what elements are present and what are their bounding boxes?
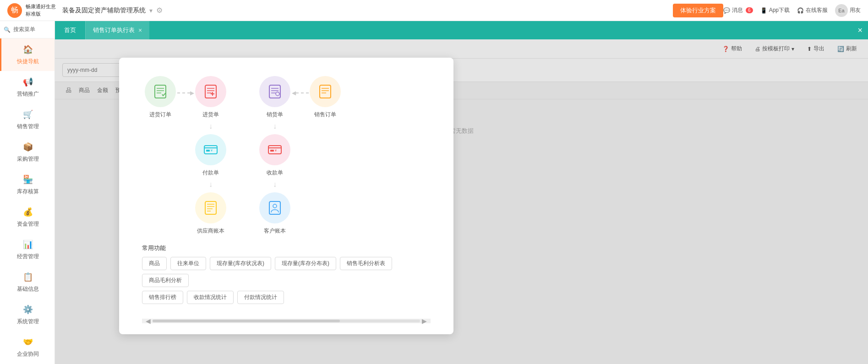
arrow-down-receipt: ↓ [273, 180, 277, 189]
message-badge: 6 [746, 7, 753, 13]
modal-scrollbar: ◀ ▶ [142, 319, 431, 323]
flow-node-supplier-ledger[interactable]: 供应商账本 [195, 192, 226, 235]
user-item[interactable]: Ea 用友 [835, 4, 861, 17]
purchase-order-label: 进货订单 [149, 111, 171, 119]
fn-buttons-row2: 销售排行榜 收款情况统计 付款情况统计 [142, 291, 431, 304]
fn-stock-status[interactable]: 现存量(库存状况表) [210, 257, 271, 270]
svg-rect-15 [320, 85, 331, 98]
sidebar-item-sales[interactable]: 🛒 销售管理 [0, 103, 55, 136]
arrow-down-sales: ↓ [273, 122, 277, 130]
payment-circle[interactable]: ¥ [195, 134, 226, 165]
purchase-bill-circle[interactable] [195, 76, 226, 107]
sales-icon: 🛒 [22, 109, 33, 120]
message-icon: 💬 [723, 7, 730, 14]
sidebar-search[interactable]: 🔍 搜索菜单 [0, 21, 55, 38]
flow-node-payment[interactable]: ¥ 付款单 [195, 134, 226, 177]
tab-close-icon[interactable]: × [138, 27, 142, 34]
arrow-h-1: ▶ [177, 90, 194, 105]
flow-node-receipt[interactable]: ¥ 收款单 [259, 134, 290, 177]
scroll-left-arrow[interactable]: ◀ [144, 317, 153, 325]
sidebar-item-marketing[interactable]: 📢 营销推广 [0, 71, 55, 103]
modal-overlay: 进货订单 ▶ 进 [55, 39, 868, 364]
online-service-item[interactable]: 🎧 在线客服 [797, 6, 828, 14]
quick-nav-icon: 🏠 [22, 44, 33, 55]
search-icon: 🔍 [4, 27, 11, 33]
sales-bill-circle[interactable] [259, 76, 290, 107]
flow-node-customer-ledger[interactable]: 客户账本 [259, 192, 290, 235]
tab-bar-close[interactable]: × [852, 21, 868, 39]
fn-receipt-stats[interactable]: 收款情况统计 [187, 291, 234, 304]
arrow-row: ↓ ↓ [142, 122, 431, 130]
sidebar-item-basic[interactable]: 📋 基础信息 [0, 266, 55, 299]
purchase-icon: 📦 [22, 141, 33, 152]
common-functions-title: 常用功能 [142, 244, 431, 252]
system-icon: ⚙️ [22, 304, 33, 315]
flow-row-1: 进货订单 ▶ 进 [142, 76, 431, 119]
fn-sales-gross[interactable]: 销售毛利分析表 [340, 257, 392, 270]
logo-area: 畅 畅康通好生意 标准版 [7, 3, 62, 18]
payment-label: 付款单 [202, 169, 219, 177]
flow-node-sales-bill[interactable]: 销货单 [259, 76, 290, 119]
svg-rect-4 [205, 85, 216, 98]
purchase-order-circle[interactable] [145, 76, 176, 107]
purchase-bill-label: 进货单 [202, 111, 219, 119]
sidebar: 🔍 搜索菜单 🏠 快捷导航 📢 营销推广 🛒 销售管理 📦 采购管理 🏪 库存核… [0, 21, 55, 364]
experience-button[interactable]: 体验行业方案 [673, 4, 723, 17]
scroll-right-arrow[interactable]: ▶ [420, 317, 429, 325]
content-area: 首页 销售订单执行表 × × ❓ 帮助 🖨 按模板打印 ▾ [55, 21, 868, 364]
fn-partner[interactable]: 往来单位 [170, 257, 206, 270]
sidebar-item-enterprise[interactable]: 🤝 企业协同 [0, 331, 55, 364]
tab-home[interactable]: 首页 [55, 21, 86, 39]
customer-ledger-circle[interactable] [259, 192, 290, 223]
svg-rect-0 [155, 85, 166, 98]
fn-goods[interactable]: 商品 [142, 257, 167, 270]
supplier-ledger-circle[interactable] [195, 192, 226, 223]
avatar: Ea [835, 4, 848, 17]
customer-ledger-label: 客户账本 [264, 227, 286, 235]
receipt-label: 收款单 [267, 169, 283, 177]
sidebar-item-operation[interactable]: 📊 经营管理 [0, 234, 55, 266]
sidebar-item-quick-nav[interactable]: 🏠 快捷导航 [0, 38, 55, 71]
logo-text: 畅康通好生意 标准版 [26, 3, 56, 17]
fn-buttons-row1: 商品 往来单位 现存量(库存状况表) 现存量(库存分布表) 销售毛利分析表 商品… [142, 257, 431, 287]
dropdown-icon[interactable]: ▾ [149, 7, 153, 14]
svg-text:¥: ¥ [275, 149, 277, 152]
fn-goods-gross[interactable]: 商品毛利分析 [142, 274, 189, 287]
app-download-item[interactable]: 📱 App下载 [760, 6, 790, 14]
enterprise-icon: 🤝 [22, 337, 33, 348]
fn-payment-stats[interactable]: 付款情况统计 [237, 291, 284, 304]
sales-order-label: 销售订单 [314, 111, 336, 119]
scrollbar-track[interactable] [153, 320, 420, 322]
sidebar-item-system[interactable]: ⚙️ 系统管理 [0, 299, 55, 331]
sales-order-circle[interactable] [310, 76, 341, 107]
flow-row-3: 供应商账本 客户账本 [142, 192, 431, 235]
tab-active[interactable]: 销售订单执行表 × [86, 21, 149, 39]
flow-node-purchase-bill[interactable]: 进货单 [195, 76, 226, 119]
fn-stock-dist[interactable]: 现存量(库存分布表) [275, 257, 336, 270]
receipt-circle[interactable]: ¥ [259, 134, 290, 165]
svg-rect-10 [269, 85, 280, 98]
scrollbar-thumb[interactable] [153, 320, 340, 322]
svg-rect-25 [270, 150, 274, 152]
sidebar-item-purchase[interactable]: 📦 采购管理 [0, 136, 55, 168]
flow-row-2: ¥ 付款单 ¥ 收款单 [142, 134, 431, 177]
message-item[interactable]: 💬 消息 6 [723, 6, 753, 14]
modal-content: 进货订单 ▶ 进 [119, 58, 453, 334]
sidebar-item-inventory[interactable]: 🏪 库存核算 [0, 168, 55, 201]
flow-node-purchase-order[interactable]: 进货订单 [145, 76, 176, 119]
svg-point-33 [273, 204, 277, 208]
top-header: 畅 畅康通好生意 标准版 装备及固定资产辅助管理系统 ▾ ⚙ 体验行业方案 💬 … [0, 0, 868, 21]
header-right: 💬 消息 6 📱 App下载 🎧 在线客服 Ea 用友 [723, 4, 861, 17]
arrow-row-2: ↓ ↓ [142, 180, 431, 189]
sidebar-item-finance[interactable]: 💰 资金管理 [0, 201, 55, 234]
settings-icon[interactable]: ⚙ [156, 6, 163, 15]
page-content: ❓ 帮助 🖨 按模板打印 ▾ ⬆ 导出 🔄 刷新 [55, 39, 868, 364]
arrow-down-purchase: ↓ [209, 122, 213, 130]
flow-node-sales-order[interactable]: 销售订单 [310, 76, 341, 119]
svg-text:¥: ¥ [211, 149, 213, 152]
operation-icon: 📊 [22, 239, 33, 250]
marketing-icon: 📢 [22, 76, 33, 87]
fn-sales-rank[interactable]: 销售排行榜 [142, 291, 183, 304]
common-functions: 常用功能 商品 往来单位 现存量(库存状况表) 现存量(库存分布表) 销售毛利分… [142, 244, 431, 315]
basic-icon: 📋 [22, 272, 33, 283]
